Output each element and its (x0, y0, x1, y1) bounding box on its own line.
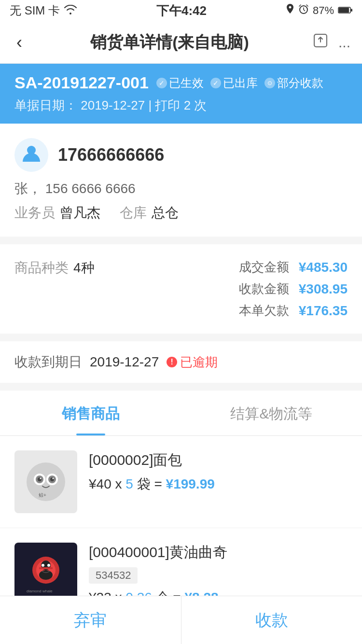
deal-amount-row: 成交金额 ¥485.30 (239, 259, 348, 276)
product-info-bread: [0000002]面包 ¥40 x 5 袋 = ¥199.99 (89, 450, 348, 493)
owed-amount-row: 本单欠款 ¥176.35 (239, 302, 348, 319)
page-title: 销货单详情(来自电脑) (27, 31, 312, 54)
date-label: 单据日期： (14, 98, 77, 112)
badge-shipped: ✓ 已出库 (210, 75, 258, 91)
svg-rect-21 (39, 567, 53, 569)
svg-point-19 (39, 570, 53, 580)
avatar (14, 138, 48, 172)
salesperson-value: 曾凡杰 (60, 204, 100, 222)
badge-effective: ✓ 已生效 (156, 75, 204, 91)
print-separator: | 打印 (148, 98, 183, 112)
alarm-icon (298, 4, 309, 17)
customer-section: 17666666666 张， 156 6666 6666 业务员 曾凡杰 仓库 … (0, 124, 362, 237)
due-date-label: 收款到期日 (14, 353, 82, 371)
wifi-icon (64, 4, 77, 17)
product-name-cookie: [000400001]黄油曲奇 (89, 543, 348, 562)
deal-amount-label: 成交金额 (239, 259, 289, 276)
order-header: SA-20191227-001 ✓ 已生效 ✓ 已出库 ⊙ 部分收款 单据日期：… (0, 64, 362, 124)
status-right-icons: 87% (286, 4, 352, 17)
types-label: 商品种类 (14, 259, 69, 277)
svg-point-13 (40, 478, 42, 479)
tab-settlement[interactable]: 结算&物流等 (181, 391, 362, 435)
order-date-value: 2019-12-27 (81, 98, 145, 112)
svg-point-22 (42, 564, 44, 567)
customer-meta: 业务员 曾凡杰 仓库 总仓 (14, 204, 348, 222)
collect-payment-button[interactable]: 收款 (181, 596, 362, 644)
customer-name-phone: 张， 156 6666 6666 (14, 180, 348, 198)
received-amount-value: ¥308.95 (299, 281, 348, 297)
nav-bar: ‹ 销货单详情(来自电脑) ... (0, 21, 362, 64)
products-section: 鲸+ [0000002]面包 ¥40 x 5 袋 = ¥199.99 (0, 436, 362, 622)
summary-left: 商品种类 4种 (14, 259, 95, 277)
received-amount-row: 收款金额 ¥308.95 (239, 280, 348, 297)
customer-alt-phone: 156 6666 6666 (45, 181, 136, 196)
battery-icon (338, 4, 352, 17)
order-status-badges: ✓ 已生效 ✓ 已出库 ⊙ 部分收款 (156, 75, 323, 91)
salesperson-label: 业务员 (14, 204, 55, 222)
svg-rect-3 (351, 9, 352, 12)
nav-actions: ... (312, 32, 350, 52)
overdue-exclamation-icon: ! (167, 357, 177, 367)
customer-name-text: 张， (14, 181, 42, 196)
check-icon-1: ✓ (156, 78, 167, 88)
warehouse-item: 仓库 总仓 (120, 204, 179, 222)
product-batch-tag: 534532 (89, 567, 138, 584)
overdue-label-text: 已逾期 (180, 354, 218, 371)
svg-point-14 (53, 478, 54, 479)
order-date-row: 单据日期： 2019-12-27 | 打印 2 次 (14, 97, 348, 114)
share-button[interactable] (312, 32, 329, 52)
tab-sales-products[interactable]: 销售商品 (0, 391, 181, 435)
status-bar: 无 SIM 卡 下午4:42 87% (0, 0, 362, 21)
product-types-row: 商品种类 4种 (14, 259, 95, 277)
bottom-bar: 弃审 收款 (0, 596, 362, 644)
summary-right: 成交金额 ¥485.30 收款金额 ¥308.95 本单欠款 ¥176.35 (239, 259, 348, 319)
summary-section: 商品种类 4种 成交金额 ¥485.30 收款金额 ¥308.95 本单欠款 ¥… (0, 244, 362, 334)
tabs-section: 销售商品 结算&物流等 (0, 391, 362, 436)
back-button[interactable]: ‹ (12, 28, 27, 57)
carrier-text: 无 SIM 卡 (10, 3, 60, 18)
status-carrier: 无 SIM 卡 (10, 3, 77, 18)
battery-text: 87% (313, 4, 334, 17)
person-icon (21, 142, 42, 168)
product-image-bread: 鲸+ (14, 450, 77, 513)
product-item: 鲸+ [0000002]面包 ¥40 x 5 袋 = ¥199.99 (0, 436, 362, 528)
order-id: SA-20191227-001 (14, 73, 149, 92)
received-label: 收款金额 (239, 280, 289, 297)
badge-partial-payment: ⊙ 部分收款 (265, 75, 323, 91)
cancel-review-button[interactable]: 弃审 (0, 596, 181, 644)
svg-point-23 (47, 564, 50, 567)
product-price-bread: ¥40 x 5 袋 = ¥199.99 (89, 475, 348, 493)
print-suffix: 次 (194, 98, 207, 112)
print-count: 2 (184, 98, 191, 112)
overdue-badge: ! 已逾期 (167, 354, 218, 371)
tabs-row: 销售商品 结算&物流等 (0, 391, 362, 436)
customer-phone: 17666666666 (58, 145, 164, 165)
overdue-section: 收款到期日 2019-12-27 ! 已逾期 (0, 341, 362, 383)
owed-label: 本单欠款 (239, 302, 289, 319)
check-icon-2: ✓ (210, 78, 221, 88)
due-date-value: 2019-12-27 (90, 354, 159, 370)
svg-text:鲸+: 鲸+ (39, 492, 46, 498)
svg-rect-2 (339, 8, 349, 13)
warehouse-label: 仓库 (120, 204, 147, 222)
product-name-bread: [0000002]面包 (89, 450, 348, 470)
status-time: 下午4:42 (156, 2, 207, 19)
salesperson-item: 业务员 曾凡杰 (14, 204, 100, 222)
location-icon (286, 4, 294, 17)
types-value: 4种 (73, 259, 95, 277)
clock-icon: ⊙ (265, 78, 275, 88)
deal-amount-value: ¥485.30 (299, 260, 348, 275)
warehouse-value: 总仓 (152, 204, 179, 222)
owed-amount-value: ¥176.35 (299, 303, 348, 319)
more-button[interactable]: ... (338, 34, 350, 51)
svg-text:diamond whale: diamond whale (27, 589, 53, 593)
